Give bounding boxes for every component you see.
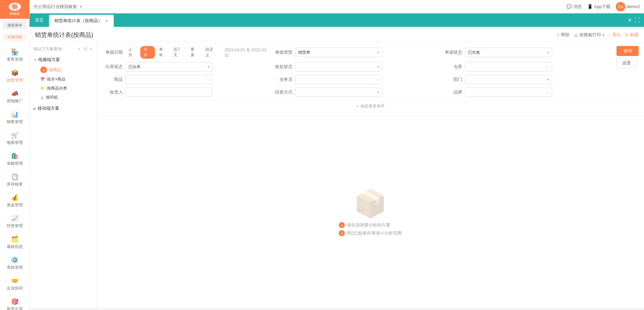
step-2-text: 用[过滤]条件来缩小分析范围: [347, 230, 401, 236]
sidebar-item-basic[interactable]: 🗂️ 基础信息: [0, 232, 29, 253]
step-1-text: 请先选择要分析的方案: [347, 222, 390, 228]
warehouse-control: ···: [465, 62, 611, 71]
department-control: ▾: [465, 75, 611, 84]
doc-type-select[interactable]: 销货单 ▾: [295, 48, 382, 57]
payment-select[interactable]: ▾: [295, 88, 382, 97]
by-printer-icon: 🖨: [40, 96, 44, 100]
product-select[interactable]: ···: [125, 75, 213, 84]
left-panel: 按以下方案查询 ＋ ⊙ « ▼ 电脑端方案 ●: [30, 42, 97, 308]
salesperson-dots[interactable]: ···: [375, 77, 379, 82]
tree-item-by-month-product[interactable]: 📅 按月+商品: [38, 75, 96, 84]
sidebar-item-purchase[interactable]: 🛍️ 采购管理: [0, 149, 29, 170]
collapse-panel-icon[interactable]: «: [90, 46, 92, 52]
app-icon: 📱: [587, 4, 593, 9]
search-menu-btn[interactable]: 搜索菜单: [3, 21, 27, 29]
tree-desktop-children: ● 按商品 📅 按月+商品 📁 按商品分类 🖨: [30, 65, 96, 102]
user-menu[interactable]: Ea demo2: [616, 2, 640, 11]
sidebar-item-inventory[interactable]: 📋 库存核算: [0, 170, 29, 191]
finance-icon: 💰: [11, 194, 18, 201]
help-btn[interactable]: ? 帮助: [557, 32, 569, 38]
sidebar: 畅 标账版 搜索菜单 快捷导航 🏪 零售管理 📦 批发管理 📣 营销推广 📊 销…: [0, 0, 30, 310]
date-control: 上月 本月 本年 近7天 更多 自定义 2023-03-01 至 2023-03…: [125, 46, 272, 59]
settings-button[interactable]: 设置: [616, 58, 637, 68]
date-tab-this-month[interactable]: 本月: [140, 46, 155, 59]
logo-text: 标账版: [10, 11, 20, 16]
warehouse-dots[interactable]: ···: [545, 64, 549, 69]
export-label: 导出: [612, 32, 621, 38]
sidebar-item-marketing[interactable]: 📣 营销推广: [0, 87, 29, 107]
sidebar-item-guide-label: 新手引导: [7, 306, 23, 310]
recipient-control: ···: [125, 88, 272, 97]
tab-home[interactable]: 首页: [30, 13, 49, 27]
ecommerce-icon: 🛒: [11, 132, 18, 139]
tab-maximize-icon[interactable]: ⛶: [635, 17, 640, 23]
payment-control: ▾: [295, 88, 441, 97]
salesperson-select[interactable]: ···: [295, 75, 382, 84]
print-btn[interactable]: 🖨 按模板打印 ▾: [574, 32, 605, 38]
date-tab-last-7[interactable]: 近7天: [171, 46, 186, 59]
topbar-right: 💬 消息 📱 App下载 Ea demo2: [567, 2, 640, 11]
doc-status-select[interactable]: 已生效 ▾: [465, 48, 552, 57]
tree-desktop-root[interactable]: ▼ 电脑端方案: [30, 55, 96, 65]
recipient-dots[interactable]: ···: [206, 90, 210, 95]
tab-sales-stats-label: 销货单统计表（按商品）: [54, 18, 102, 24]
date-tab-more[interactable]: 更多: [188, 46, 201, 59]
tab-close-icon[interactable]: ✕: [105, 18, 108, 23]
sidebar-item-finance[interactable]: 💰 资金管理: [0, 191, 29, 211]
sidebar-item-sales[interactable]: 📊 销售管理: [0, 107, 29, 128]
sidebar-item-system[interactable]: ⚙️ 系统管理: [0, 253, 29, 274]
sidebar-item-guide[interactable]: 🎯 新手引导: [0, 295, 29, 310]
date-tab-this-year[interactable]: 本年: [156, 46, 170, 59]
export-btn[interactable]: ↑ 导出: [609, 32, 621, 38]
marketing-icon: 📣: [11, 90, 18, 97]
inner-layout: 按以下方案查询 ＋ ⊙ « ▼ 电脑端方案 ●: [30, 42, 644, 308]
date-tab-last-month[interactable]: 上月: [125, 46, 139, 59]
add-scheme-icon[interactable]: ＋: [77, 46, 82, 52]
receipt-status-select[interactable]: ▾: [295, 62, 382, 71]
date-tab-custom[interactable]: 自定义: [203, 46, 220, 59]
sidebar-item-sales-label: 销售管理: [7, 119, 23, 125]
doc-status-value: 已生效: [468, 50, 480, 55]
tab-sales-stats[interactable]: 销货单统计表（按商品） ✕: [49, 15, 114, 27]
department-select[interactable]: ▾: [465, 75, 552, 84]
brand-dots[interactable]: ···: [545, 90, 549, 95]
tree-item-by-printer[interactable]: 🖨 按司机: [38, 93, 96, 102]
step-2-num: 2: [339, 230, 345, 236]
tree-item-by-product[interactable]: ● 按商品: [38, 65, 96, 75]
refresh-btn[interactable]: ↻ 刷新: [625, 32, 639, 38]
out-status-label: 出库状态: [102, 64, 125, 70]
product-control: ···: [125, 75, 272, 84]
sidebar-item-wholesale[interactable]: 📦 批发管理: [0, 66, 29, 87]
tree-mobile-root[interactable]: ▶ 移动端方案: [30, 103, 96, 113]
recipient-select[interactable]: ···: [125, 88, 213, 97]
sidebar-item-enterprise[interactable]: 🤝 企业协同: [0, 274, 29, 295]
doc-type-arrow: ▾: [377, 50, 379, 55]
topbar-dropdown-icon[interactable]: ▾: [80, 4, 82, 9]
empty-step-1: 1 请先选择要分析的方案: [339, 222, 401, 228]
quick-nav-btn[interactable]: 快捷导航: [3, 33, 27, 41]
sidebar-item-ecommerce[interactable]: 🛒 电商管理: [0, 128, 29, 149]
step-1-num: 1: [339, 222, 345, 228]
product-dots[interactable]: ···: [206, 77, 210, 82]
filter-row-1: 单据日期 上月 本月 本年 近7天 更多 自定义: [102, 46, 639, 100]
sidebar-item-operations[interactable]: 📈 经营管理: [0, 211, 29, 232]
right-panel: 单据日期 上月 本月 本年 近7天 更多 自定义: [97, 42, 644, 308]
sales-icon: 📊: [11, 111, 18, 118]
out-status-select[interactable]: 已出库 ▾: [125, 62, 213, 71]
doc-status-label: 单据状态: [441, 49, 465, 55]
filter-area: 单据日期 上月 本月 本年 近7天 更多 自定义: [97, 42, 644, 116]
sidebar-item-retail[interactable]: 🏪 零售管理: [0, 45, 29, 66]
warehouse-select[interactable]: ···: [465, 62, 552, 71]
mobile-label: 移动端方案: [38, 105, 59, 111]
brand-select[interactable]: ···: [465, 88, 552, 97]
message-label: 消息: [573, 4, 582, 10]
app-download-btn[interactable]: 📱 App下载: [587, 4, 610, 10]
tab-close-window-icon[interactable]: ✕: [628, 17, 632, 23]
refresh-icon: ↻: [625, 33, 629, 38]
message-btn[interactable]: 💬 消息: [567, 4, 582, 10]
settings-scheme-icon[interactable]: ⊙: [84, 46, 88, 52]
collapse-bar[interactable]: ∧ 收起更多条件: [102, 100, 639, 112]
by-category-icon: 📁: [40, 86, 45, 91]
tree-item-by-category[interactable]: 📁 按商品分类: [38, 84, 96, 93]
query-button[interactable]: 查询: [616, 46, 639, 56]
